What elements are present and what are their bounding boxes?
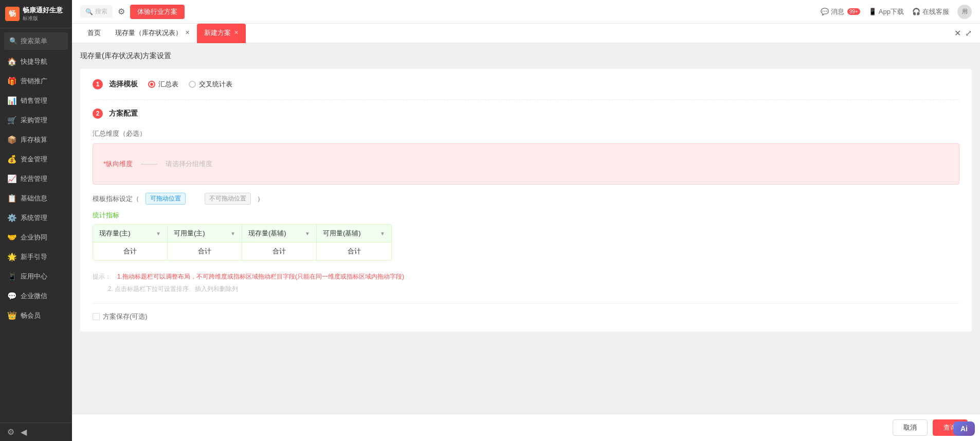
non-draggable-badge: 不可拖动位置 [205,193,251,205]
sidebar-item-member[interactable]: 👑 畅会员 [0,306,72,325]
topbar: 🔍 搜索 ⚙ 体验行业方案 💬 消息 99+ 📱 App下载 🎧 在线客服 用 [72,0,980,24]
cart-icon: 🛒 [7,116,16,125]
tab-minimize-btn[interactable]: ✕ [954,28,961,38]
template-options: 汇总表 交叉统计表 [148,80,232,89]
sidebar-item-label: 企业协同 [21,233,47,242]
chevron-down-icon-0[interactable]: ▼ [156,231,161,236]
phone-icon: 📱 [868,8,877,15]
radio-cross-dot [189,81,196,88]
radio-summary-label: 汇总表 [158,80,178,89]
search-icon: 🔍 [9,37,17,45]
bottom-save: 方案保存(可选) [93,303,959,321]
online-service-item[interactable]: 🎧 在线客服 [912,7,949,16]
stats-table: 现存量(主) ▼ 可用量(主) ▼ 现存量(基辅) ▼ 可用量(基辅) ▼ [93,224,392,261]
star-icon: 🌟 [7,252,16,262]
message-item[interactable]: 💬 消息 99+ [821,7,860,16]
sidebar-item-finance[interactable]: 💰 资金管理 [0,150,72,169]
tab-inventory-status[interactable]: 现存量（库存状况表） ✕ [108,24,197,43]
tabs-actions: ✕ ⤢ [954,28,972,38]
box-icon: 📦 [7,135,16,144]
tab-inventory-close-icon[interactable]: ✕ [185,29,190,36]
sidebar-bottom: ⚙ ◀ [0,422,72,441]
save-checkbox-text: 方案保存(可选) [103,312,148,321]
radio-summary[interactable]: 汇总表 [148,80,178,89]
sidebar-item-purchase[interactable]: 🛒 采购管理 [0,111,72,130]
avatar-text: 用 [962,8,968,15]
step1-title: 选择模板 [109,80,138,89]
sidebar-collapse-icon[interactable]: ◀ [21,427,27,437]
gear-icon: ⚙️ [7,213,16,223]
app-download-item[interactable]: 📱 App下载 [868,7,904,16]
topbar-search[interactable]: 🔍 搜索 [80,5,113,18]
divider1 [93,100,959,100]
ai-float-button[interactable]: Ai [953,421,975,436]
sidebar-item-basic-info[interactable]: 📋 基础信息 [0,189,72,208]
tips-section: 提示： 1.拖动标题栏可以调整布局，不可跨维度或指标区域拖动栏目字段(只能在同一… [93,270,959,295]
topbar-search-text: 搜索 [95,7,107,16]
home-icon: 🏠 [7,57,16,66]
tips-title: 提示： 1.拖动标题栏可以调整布局，不可跨维度或指标区域拖动栏目字段(只能在同一… [93,270,959,283]
save-checkbox-label[interactable]: 方案保存(可选) [93,312,148,321]
metrics-label: 模板指标设定（ [93,194,139,204]
cancel-button[interactable]: 取消 [893,419,928,436]
logo-sub: 标准版 [23,15,63,22]
sidebar-item-operations[interactable]: 📈 经营管理 [0,169,72,189]
sidebar-item-new-guide[interactable]: 🌟 新手引导 [0,247,72,267]
sidebar-item-app-center[interactable]: 📱 应用中心 [0,267,72,286]
sidebar-item-quick-nav[interactable]: 🏠 快捷导航 [0,52,72,71]
stats-col-0[interactable]: 现存量(主) ▼ [93,225,168,242]
tab-new-scheme[interactable]: 新建方案 ✕ [197,24,246,43]
sidebar-nav: 🔍 搜索菜单 🏠 快捷导航 🎁 营销推广 📊 销售管理 🛒 采购管理 📦 库存核… [0,28,72,422]
stats-body-cell-2: 合计 [242,242,317,260]
step2-badge: 2 [93,108,103,119]
stats-col-2[interactable]: 现存量(基辅) ▼ [242,225,317,242]
tab-home[interactable]: 首页 [80,24,108,43]
sidebar-item-label: 经营管理 [21,174,47,183]
tip-2: 2. 点击标题栏下拉可设置排序、插入列和删除列 [108,283,959,295]
sidebar-item-wechat[interactable]: 💬 企业微信 [0,286,72,306]
sidebar-search-label: 搜索菜单 [21,36,47,46]
sidebar-item-label: 营销推广 [21,77,47,86]
chevron-down-icon-3[interactable]: ▼ [380,231,385,236]
stats-col-3[interactable]: 可用量(基辅) ▼ [317,225,391,242]
tab-new-scheme-close-icon[interactable]: ✕ [234,29,239,36]
sidebar-item-cooperation[interactable]: 🤝 企业协同 [0,228,72,247]
sidebar: 畅 畅康通好生意 标准版 🔍 搜索菜单 🏠 快捷导航 🎁 营销推广 📊 销售管理… [0,0,72,441]
dimension-area[interactable]: *纵向维度 —— 请选择分组维度 [93,143,959,185]
sidebar-item-label: 畅会员 [21,311,41,320]
sidebar-item-inventory[interactable]: 📦 库存核算 [0,130,72,150]
save-checkbox[interactable] [93,313,100,320]
vertical-dim-placeholder: 请选择分组维度 [166,159,212,169]
app-download-label: App下载 [879,7,904,16]
section-card: 1 选择模板 汇总表 交叉统计表 2 方案配置 [80,69,972,332]
sidebar-settings-icon[interactable]: ⚙ [7,427,14,437]
metrics-row: 模板指标设定（ 可拖动位置 不可拖动位置 ） [93,193,959,205]
footer-bar: 取消 查询 [72,414,980,441]
radio-cross[interactable]: 交叉统计表 [189,80,232,89]
sidebar-item-system[interactable]: ⚙️ 系统管理 [0,208,72,228]
stats-col-1[interactable]: 可用量(主) ▼ [168,225,242,242]
user-avatar[interactable]: 用 [957,5,972,19]
chevron-down-icon-2[interactable]: ▼ [305,231,310,236]
sidebar-item-sales[interactable]: 📊 销售管理 [0,91,72,111]
sidebar-item-label: 应用中心 [21,272,47,281]
sidebar-item-label: 基础信息 [21,194,47,203]
topbar-settings-icon[interactable]: ⚙ [118,7,125,16]
draggable-badge: 可拖动位置 [146,193,186,205]
tab-expand-btn[interactable]: ⤢ [965,28,972,38]
message-badge: 99+ [847,8,860,15]
sidebar-item-marketing[interactable]: 🎁 营销推广 [0,71,72,91]
topbar-search-icon: 🔍 [85,8,93,15]
stats-body-cell-0: 合计 [93,242,168,260]
trending-icon: 📈 [7,174,16,183]
topbar-right: 💬 消息 99+ 📱 App下载 🎧 在线客服 用 [821,5,972,19]
chevron-down-icon-1[interactable]: ▼ [230,231,235,236]
trial-btn[interactable]: 体验行业方案 [130,5,185,19]
metrics-close: ） [257,194,264,204]
mobile-icon: 📱 [7,272,16,281]
money-icon: 💰 [7,155,16,164]
message-icon: 💬 [821,8,829,15]
sidebar-search[interactable]: 🔍 搜索菜单 [4,32,68,50]
logo-icon: 畅 [5,7,20,21]
tab-new-scheme-label: 新建方案 [204,28,231,38]
